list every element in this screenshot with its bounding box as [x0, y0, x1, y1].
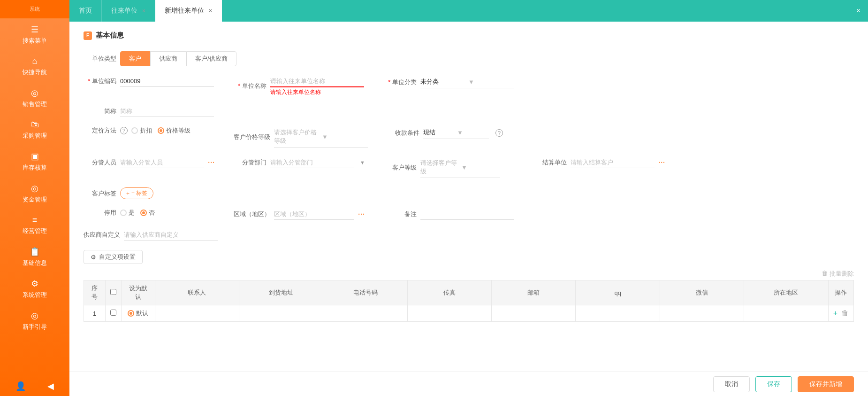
table-row: 1 默认	[84, 305, 854, 322]
sidebar-user-icon[interactable]: 👤	[15, 381, 26, 391]
tab-new-partner-label: 新增往来单位	[165, 7, 204, 15]
sidebar-item-tutorial[interactable]: ◎ 新手引导	[0, 305, 69, 337]
close-new-partner-icon[interactable]: ×	[209, 8, 212, 14]
qq-input[interactable]	[584, 310, 651, 317]
disable-no-option[interactable]: 否	[140, 209, 155, 217]
cell-seq: 1	[84, 305, 106, 322]
save-button[interactable]: 保存	[755, 376, 792, 392]
search-icon: ☰	[31, 24, 38, 35]
sidebar-item-system[interactable]: ⚙ 系统管理	[0, 273, 69, 305]
default-label: 默认	[136, 309, 148, 318]
unit-category-select[interactable]: 未分类 ▼	[420, 76, 514, 88]
custom-settings-label: 自定义项设置	[99, 253, 136, 261]
sidebar-item-purchase[interactable]: 🛍 采购管理	[0, 114, 69, 146]
cell-checkbox	[106, 305, 122, 322]
pricing-level-radio	[158, 127, 164, 134]
cancel-button[interactable]: 取消	[713, 376, 750, 392]
sidebar-item-operations[interactable]: ≡ 经营管理	[0, 210, 69, 241]
unit-name-field-wrap: 请输入往来单位名称	[270, 76, 364, 96]
unit-btn-both[interactable]: 客户/供应商	[186, 51, 236, 66]
tab-home-label: 首页	[79, 7, 92, 15]
payment-help-icon[interactable]: ?	[495, 129, 503, 137]
close-partners-icon[interactable]: ×	[142, 8, 145, 14]
pricing-help-icon[interactable]: ?	[120, 127, 128, 134]
main-area: 首页 往来单位 × 新增往来单位 × × F 基本信息 单位类型	[69, 0, 868, 396]
payment-terms-select[interactable]: 现结 ▼	[423, 126, 489, 139]
fax-input[interactable]	[416, 310, 483, 317]
customer-level-group: 客户等级 请选择客户等级 ▼	[384, 157, 515, 178]
contact-input[interactable]	[164, 310, 231, 317]
address-input[interactable]	[248, 310, 315, 317]
supplier-custom-group: 供应商自定义	[84, 229, 854, 241]
tab-partners[interactable]: 往来单位 ×	[102, 0, 155, 22]
manager-input[interactable]	[120, 157, 204, 168]
sidebar-bottom: 👤 ◀	[0, 376, 69, 396]
cell-fax	[407, 305, 491, 322]
add-row-button[interactable]: +	[833, 309, 838, 318]
supplier-custom-input[interactable]	[124, 229, 218, 241]
add-tag-button[interactable]: + + 标签	[120, 187, 153, 199]
customer-price-level-select[interactable]: 请选择客户价格等级 ▼	[274, 126, 368, 148]
sidebar-item-inventory[interactable]: ▣ 库存核算	[0, 146, 69, 178]
tabbar-global-close[interactable]: ×	[849, 0, 868, 22]
close-icon: ×	[856, 7, 860, 15]
pricing-level-option[interactable]: 价格等级	[158, 126, 190, 135]
manager-row: 分管人员 ··· 分管部门 ▼ 客户等级 请选择客户等级 ▼	[84, 157, 854, 178]
disable-yes-radio	[120, 210, 127, 216]
tab-home[interactable]: 首页	[69, 0, 102, 22]
select-all-checkbox[interactable]	[110, 289, 116, 295]
sales-icon: ◎	[31, 88, 38, 98]
sidebar-expand-icon[interactable]: ◀	[47, 381, 54, 391]
unit-name-input[interactable]	[270, 76, 364, 87]
sidebar-item-finance[interactable]: ◎ 资金管理	[0, 178, 69, 210]
cell-phone	[323, 305, 407, 322]
short-name-group: 简称	[84, 106, 215, 117]
payment-terms-group: 收款条件 现结 ▼ ?	[387, 126, 518, 139]
custom-settings-button[interactable]: ⚙ 自定义项设置	[84, 250, 143, 264]
pricing-discount-option[interactable]: 折扣	[131, 126, 152, 135]
delete-row-button[interactable]: 🗑	[841, 309, 849, 318]
tab-partners-label: 往来单位	[111, 7, 137, 15]
settlement-unit-input[interactable]	[571, 157, 655, 168]
col-contact: 联系人	[155, 280, 239, 305]
batch-delete-label[interactable]: 批量删除	[830, 270, 854, 278]
unit-code-label: 单位编码	[84, 77, 116, 85]
default-radio-option[interactable]: 默认	[128, 309, 148, 318]
short-name-input[interactable]	[120, 106, 214, 117]
unit-code-input[interactable]	[120, 76, 214, 87]
tab-new-partner[interactable]: 新增往来单位 ×	[155, 0, 222, 22]
bottom-bar: 取消 保存 保存并新增	[69, 372, 868, 396]
region-table-input[interactable]	[753, 310, 820, 317]
base-info-icon: 📋	[30, 247, 40, 257]
region-input[interactable]	[274, 209, 354, 220]
cell-qq	[576, 305, 660, 322]
sidebar-item-sales[interactable]: ◎ 销售管理	[0, 82, 69, 114]
operations-icon: ≡	[32, 215, 38, 225]
department-group: 分管部门 ▼	[234, 157, 365, 168]
unit-btn-supplier[interactable]: 供应商	[150, 51, 186, 66]
remarks-input[interactable]	[420, 209, 514, 220]
pricing-method-group: 定价方法 ? 折扣 价格等级	[84, 126, 215, 135]
disable-yes-option[interactable]: 是	[120, 209, 135, 217]
region-label: 区域（地区）	[234, 210, 270, 218]
sidebar-item-quicknav[interactable]: ⌂ 快捷导航	[0, 51, 69, 82]
sidebar-item-search[interactable]: ☰ 搜索菜单	[0, 19, 69, 51]
manager-more-button[interactable]: ···	[208, 159, 215, 166]
table-body: 1 默认	[84, 305, 854, 322]
cell-address	[239, 305, 323, 322]
row-checkbox[interactable]	[110, 310, 116, 316]
unit-btn-customer[interactable]: 客户	[120, 51, 150, 66]
email-input[interactable]	[500, 310, 567, 317]
chevron-down-icon: ▼	[457, 129, 489, 136]
settlement-unit-more-button[interactable]: ···	[658, 159, 665, 166]
region-more-button[interactable]: ···	[358, 210, 365, 218]
sidebar-item-label: 经营管理	[23, 227, 47, 235]
col-checkbox	[106, 280, 122, 305]
department-input[interactable]	[270, 157, 354, 168]
sidebar-item-base-info[interactable]: 📋 基础信息	[0, 241, 69, 273]
cell-default: 默认	[122, 305, 155, 322]
wechat-input[interactable]	[669, 310, 736, 317]
customer-level-select[interactable]: 请选择客户等级 ▼	[420, 157, 500, 178]
save-and-new-button[interactable]: 保存并新增	[798, 376, 854, 392]
phone-input[interactable]	[332, 310, 399, 317]
